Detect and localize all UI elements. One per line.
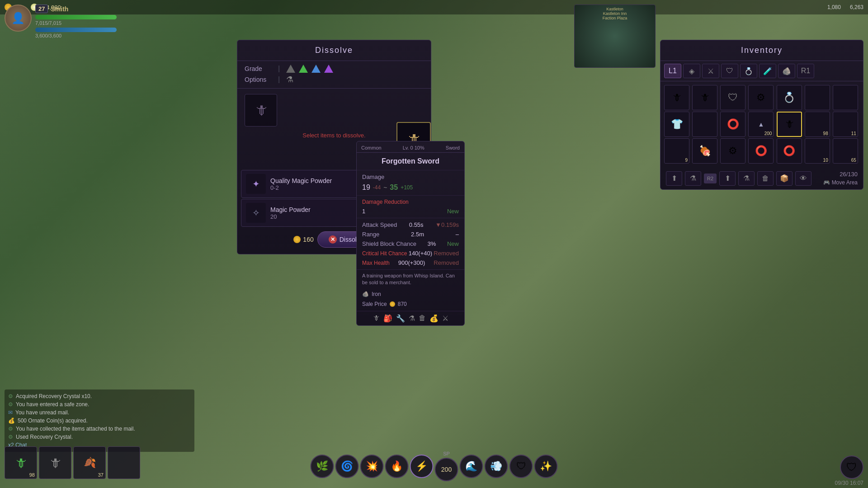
- action-repair-icon[interactable]: 🔧: [396, 314, 405, 323]
- skill-slot-3[interactable]: 💥: [360, 455, 384, 478]
- tab-r1[interactable]: R1: [797, 64, 814, 78]
- filter-button[interactable]: ⚗: [685, 171, 701, 186]
- tab-all[interactable]: ◈: [683, 64, 700, 78]
- item-slot-3[interactable]: 🍂 37: [73, 446, 106, 479]
- level-number: 27: [35, 5, 48, 13]
- shield-button[interactable]: 🛡: [840, 455, 863, 479]
- minimap-overlay: Kastleton Kastleton Inn Faction Plaza: [576, 7, 653, 20]
- skill-slot-5[interactable]: ⚡: [410, 455, 434, 478]
- tab-weapon[interactable]: ⚔: [702, 64, 719, 78]
- damage-label: Damage: [362, 174, 384, 180]
- inv-slot[interactable]: ⭕: [720, 112, 745, 137]
- item-type: Sword: [446, 145, 460, 150]
- trash-button[interactable]: 🗑: [757, 171, 774, 186]
- level-badge: 27 Smith: [35, 5, 117, 13]
- crit-label: Critical Hit Chance: [362, 250, 407, 257]
- tab-accessory[interactable]: 💍: [740, 64, 757, 78]
- action-trash-icon[interactable]: 🗑: [419, 314, 426, 322]
- inv-slot[interactable]: 💍: [777, 85, 802, 110]
- grade-green[interactable]: [299, 65, 308, 73]
- options-icon[interactable]: ⚗: [286, 75, 293, 84]
- inv-slot[interactable]: 98: [805, 112, 830, 137]
- mp-text: 3,600/3,600: [35, 33, 117, 38]
- inv-slot[interactable]: 🛡: [720, 85, 745, 110]
- skill-slot-7[interactable]: 💨: [485, 455, 508, 478]
- chat-entry: ⚙ You have entered a safe zone.: [8, 400, 191, 408]
- skill-slot-1[interactable]: 🌿: [311, 455, 334, 478]
- inv-slot[interactable]: 11: [833, 112, 858, 137]
- inv-slot[interactable]: 👕: [664, 112, 689, 137]
- player-name: Smith: [51, 5, 68, 13]
- move-area-btn[interactable]: 🎮 Move Area: [823, 179, 858, 186]
- inv-slot[interactable]: ⚙: [720, 138, 745, 164]
- move-area-label: Move Area: [832, 179, 858, 186]
- damage-new: 35: [390, 183, 398, 192]
- minimap-location1: Kastleton: [576, 7, 653, 11]
- inv-slot[interactable]: 9: [664, 138, 689, 164]
- inv-slot[interactable]: ▲200: [748, 112, 774, 137]
- skill-slot-4[interactable]: 🔥: [385, 455, 409, 478]
- grade-purple[interactable]: [324, 65, 333, 73]
- skill-slot-6[interactable]: 🌊: [460, 455, 483, 478]
- skill-slot-2[interactable]: 🌀: [335, 455, 359, 478]
- item-slot-4[interactable]: [108, 446, 140, 479]
- material-name: Iron: [372, 291, 381, 297]
- equip-button[interactable]: ⬆: [719, 171, 736, 186]
- inv-slot[interactable]: [833, 85, 858, 110]
- dmg-reduction-label: Damage Reduction: [362, 199, 409, 205]
- range-val: 2.5m: [411, 231, 424, 238]
- top-right-info: 1,080 6,263: [827, 4, 863, 10]
- item-slot-2[interactable]: 🗡: [39, 446, 71, 479]
- inv-slot[interactable]: ⚙: [748, 85, 774, 110]
- grade-common[interactable]: [286, 65, 295, 73]
- range-row: Range 2.5m –: [362, 230, 459, 239]
- hp-fill: [35, 15, 117, 19]
- tab-l1[interactable]: L1: [664, 64, 681, 78]
- item-level: Lv. 0 10%: [403, 145, 425, 150]
- inv-slot[interactable]: 10: [805, 138, 830, 164]
- inv-slot[interactable]: 65: [833, 138, 858, 164]
- inv-slot[interactable]: 🗡: [664, 85, 689, 110]
- cost-amount: 160: [303, 236, 313, 243]
- action-info-icon[interactable]: ⚔: [442, 314, 448, 323]
- tab-material[interactable]: 🪨: [778, 64, 795, 78]
- quality-powder-icon: ✦: [246, 174, 266, 194]
- dmg-reduction-val-row: 1 New: [362, 206, 459, 216]
- action-bag-icon[interactable]: 🎒: [383, 314, 392, 323]
- eye-button[interactable]: 👁: [795, 171, 811, 186]
- inventory-grid: 🗡 🗡 🛡 ⚙ 💍 👕 ⭕ ▲200 🗡 98 11 9 🍖 ⚙ ⭕ ⭕ 10 …: [660, 81, 863, 167]
- tab-armor[interactable]: 🛡: [721, 64, 738, 78]
- skill-slot-9[interactable]: ✨: [534, 455, 558, 478]
- material-icon: 🪨: [362, 291, 369, 297]
- gamepad-icon: 🎮: [823, 179, 830, 186]
- minimap-location2: Kastleton Inn: [576, 11, 653, 16]
- action-sell-icon[interactable]: 💰: [429, 314, 439, 323]
- tab-consumable[interactable]: 🧪: [759, 64, 776, 78]
- magic-powder-icon: ✧: [246, 203, 266, 223]
- inv-slot[interactable]: 🗡: [692, 85, 717, 110]
- cost-display: 160: [293, 236, 313, 243]
- skill-icon-8: 🛡: [516, 460, 526, 472]
- store-button[interactable]: 📦: [776, 171, 793, 186]
- craft-button[interactable]: ⚗: [738, 171, 755, 186]
- magic-powder-info: Magic Powder 20: [270, 206, 311, 220]
- skill-slot-8[interactable]: 🛡: [509, 455, 533, 478]
- inv-slot[interactable]: [805, 85, 830, 110]
- inventory-title: Inventory: [660, 40, 863, 61]
- item-slot-1[interactable]: 🗡 98: [5, 446, 37, 479]
- shield-status: New: [447, 240, 459, 247]
- sale-val: 870: [398, 301, 407, 307]
- inv-slot[interactable]: 🍖: [692, 138, 717, 164]
- tooltip-header: Common Lv. 0 10% Sword: [357, 141, 464, 153]
- inv-slot[interactable]: [692, 112, 717, 137]
- action-dissolve-icon[interactable]: ⚗: [409, 314, 415, 323]
- inv-slot[interactable]: ⭕: [777, 138, 802, 164]
- attack-speed-row: Attack Speed 0.55s ▼0.159s: [362, 220, 459, 230]
- dissolve-item-slot[interactable]: 🗡: [245, 94, 277, 127]
- dmg-reduction-status: New: [447, 208, 459, 215]
- grade-blue[interactable]: [311, 65, 321, 73]
- action-move-icon[interactable]: 🗡: [373, 314, 380, 322]
- sort-button[interactable]: ⬆: [666, 171, 682, 186]
- inv-slot[interactable]: ⭕: [748, 138, 774, 164]
- inv-slot-selected[interactable]: 🗡: [777, 112, 802, 137]
